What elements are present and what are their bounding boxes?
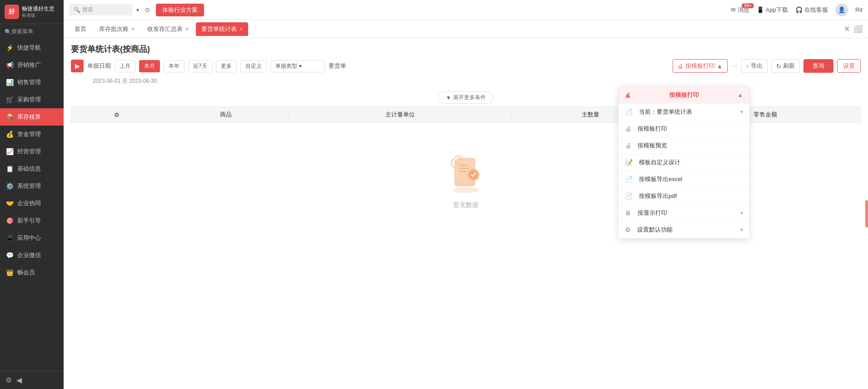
template-pdf-item[interactable]: 📄 按模板导出pdf [619,188,749,205]
topbar-gear-icon[interactable]: ⚙ [145,6,150,14]
display-icon: 🖥 [625,209,631,217]
avatar-icon: 👤 [838,6,845,13]
sidebar-nav: ⚡ 快捷导航 📢 营销推广 📊 销售管理 🛒 采购管理 📦 库存核算 💰 资金管… [0,39,64,371]
excel-icon: 📄 [625,176,633,183]
empty-illustration [443,150,489,196]
nav-icon: 🤝 [5,200,14,207]
arrow-icon: ▾ [740,210,743,216]
sidebar-item-operations[interactable]: 📈 经营管理 [0,143,64,160]
username-label[interactable]: Rit [855,6,863,13]
dropdown-title: 按模板打印 [669,91,699,99]
close-tab-collection-summary[interactable]: × [185,26,189,32]
expand-conditions-button[interactable]: ▼ 展开更多条件 [438,91,494,104]
message-button[interactable]: ✉ 消息 99+ [731,6,749,14]
sidebar-item-apps[interactable]: 📱 应用中心 [0,229,64,247]
message-badge: 99+ [742,3,754,8]
date-prev-month[interactable]: 上月 [115,60,135,72]
tabs-controls: ✕ ⬜ [844,25,863,33]
topbar-search[interactable]: 🔍 搜索 [69,4,133,15]
sidebar-item-basic[interactable]: 📋 基础信息 [0,160,64,177]
close-tab-batch-account[interactable]: × [131,26,135,32]
headset-icon: 🎧 [795,6,803,13]
empty-text: 暂无数据 [453,201,479,209]
order-type-select[interactable]: 单据类型 ▾ [270,60,325,72]
filter-toolbar: ▶ 单据日期 上月 本月 本年 近7天 更多 自定义 单据类型 ▾ 要货单 🖨 … [64,55,868,77]
app-download-button[interactable]: 📱 App下载 [757,6,788,14]
search-menu-item[interactable]: 🔍 搜索菜单 [0,24,64,39]
col-settings-icon[interactable]: ⚙ [71,107,163,123]
tab-collection-summary[interactable]: 收发存汇总表 × [142,22,194,36]
svg-point-0 [453,187,479,193]
page-content: 要货单统计表(按商品) ▶ 单据日期 上月 本月 本年 近7天 更多 自定义 单… [64,38,868,389]
template-preview-item[interactable]: 🖨 按模板预览 [619,137,749,154]
toolbar-actions: 🖨 按模板打印 ▲ ··· ↑ 导出 ↻ 刷新 查询 设置 [673,59,861,73]
maximize-button[interactable]: ⬜ [853,25,863,33]
tab-batch-account[interactable]: 库存批次账 × [94,22,140,36]
refresh-icon: ↻ [776,63,781,70]
filter-toggle-button[interactable]: ▶ [71,60,84,72]
printer-icon: 🖨 [625,125,631,132]
date-custom[interactable]: 自定义 [240,60,267,72]
current-template-item[interactable]: 📄 当前：要货单统计表 ▾ [619,104,749,121]
sidebar-item-guide[interactable]: 🎯 新手引导 [0,212,64,229]
sidebar-footer: ⚙ ◀ [0,371,64,389]
nav-icon: 🎯 [5,217,14,224]
topbar-dropdown-arrow[interactable]: ▾ [136,7,139,13]
nav-icon: 💰 [5,131,14,138]
sidebar-item-quick-nav[interactable]: ⚡ 快捷导航 [0,39,64,56]
refresh-button[interactable]: ↻ 刷新 [771,59,800,73]
select-arrow-icon: ▾ [299,63,302,69]
search-icon: 🔍 [74,7,80,13]
date-current-month[interactable]: 本月 [139,60,160,72]
template-excel-item[interactable]: 📄 按模板导出excel [619,171,749,188]
query-button[interactable]: 查询 [803,59,833,73]
sidebar-item-sales[interactable]: 📊 销售管理 [0,74,64,91]
sidebar: 好 畅捷通好生意 标准版 🔍 搜索菜单 ⚡ 快捷导航 📢 营销推广 📊 销售管理… [0,0,64,389]
sidebar-item-member[interactable]: 👑 畅会员 [0,264,64,281]
nav-icon: 💬 [5,252,14,259]
export-button[interactable]: ↑ 导出 [741,59,768,73]
date-more[interactable]: 更多 [216,60,237,72]
more-options-icon[interactable]: ··· [731,62,737,70]
svg-point-4 [469,170,478,179]
trial-button[interactable]: 体验行业方案 [156,4,204,16]
dropdown-chevron-up[interactable]: ▲ [738,92,743,98]
date-current-year[interactable]: 本年 [164,60,185,72]
sidebar-item-wechat[interactable]: 💬 企业微信 [0,247,64,264]
settings-button[interactable]: 设置 [837,59,861,73]
app-logo: 好 畅捷通好生意 标准版 [0,0,64,24]
nav-icon: ⚡ [5,44,14,51]
sidebar-item-collab[interactable]: 🤝 企业协同 [0,195,64,212]
tab-home[interactable]: 首页 [69,22,92,36]
close-tab-order-stats[interactable]: × [239,26,243,32]
topbar-right: ✉ 消息 99+ 📱 App下载 🎧 在线客服 👤 Rit [731,4,863,16]
nav-icon: 👑 [5,269,14,276]
online-service-button[interactable]: 🎧 在线客服 [795,6,828,14]
date-7days[interactable]: 近7天 [188,60,212,72]
nav-icon: 📢 [5,61,14,69]
filter-icon: ▶ [75,62,80,70]
page-header: 要货单统计表(按商品) [64,38,868,55]
tab-order-stats[interactable]: 要货单统计表 × [196,22,248,36]
sidebar-item-marketing[interactable]: 📢 营销推广 [0,56,64,74]
sidebar-item-inventory[interactable]: 📦 库存核算 [0,108,64,126]
template-print-button[interactable]: 🖨 按模板打印 ▲ [673,59,728,73]
template-print-item[interactable]: 🖨 按模板打印 [619,121,749,137]
close-window-button[interactable]: ✕ [844,25,850,33]
nav-icon: 📈 [5,148,14,155]
display-print-item[interactable]: 🖥 按显示打印 ▾ [619,205,749,222]
main-area: 🔍 搜索 ▾ ⚙ 体验行业方案 ✉ 消息 99+ 📱 App下载 🎧 在线客服 … [64,0,868,389]
template-design-item[interactable]: 📝 模板自定义设计 [619,154,749,171]
default-function-item[interactable]: ⚙ 设置默认功能 ▾ [619,222,749,238]
settings-footer-button[interactable]: ⚙ [5,376,12,384]
message-icon: ✉ [731,6,736,13]
sidebar-item-finance[interactable]: 💰 资金管理 [0,126,64,143]
printer-icon-header: 🖨 [625,92,631,99]
tabs-bar: 首页 库存批次账 × 收发存汇总表 × 要货单统计表 × ✕ ⬜ [64,20,868,38]
sidebar-item-system[interactable]: ⚙️ 系统管理 [0,177,64,195]
goods-label: 要货单 [329,62,346,70]
collapse-sidebar-button[interactable]: ◀ [16,376,22,384]
user-avatar[interactable]: 👤 [835,4,848,16]
search-icon: 🔍 [5,29,11,35]
sidebar-item-purchase[interactable]: 🛒 采购管理 [0,91,64,108]
